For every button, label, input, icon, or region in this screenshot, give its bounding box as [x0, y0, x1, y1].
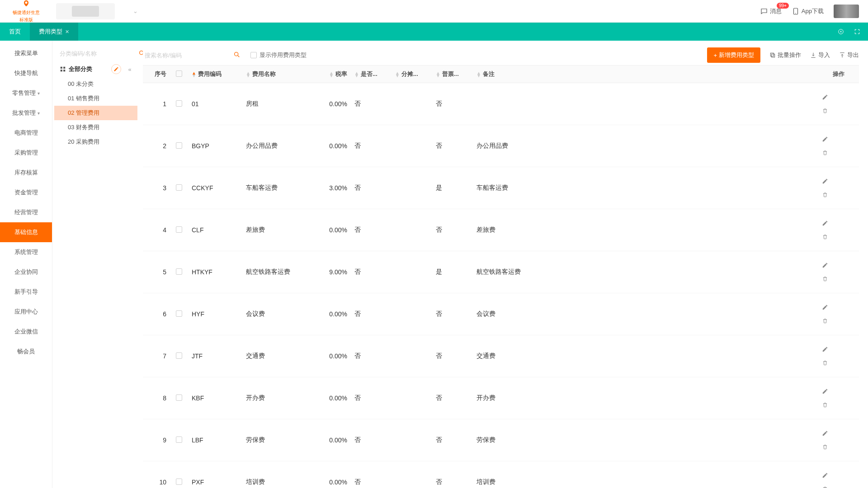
cell-checkbox[interactable]: [170, 209, 188, 251]
col-remark[interactable]: ▲▼备注: [473, 66, 818, 83]
col-ticket[interactable]: ▲▼普票...: [432, 66, 473, 83]
cell-checkbox[interactable]: [170, 83, 188, 125]
cell-checkbox[interactable]: [170, 335, 188, 377]
export-button[interactable]: 导出: [839, 51, 859, 59]
import-button[interactable]: 导入: [810, 51, 830, 59]
col-seq[interactable]: 序号: [143, 66, 170, 83]
show-disabled-checkbox[interactable]: 显示停用费用类型: [250, 51, 307, 59]
nav-item-7[interactable]: 资金管理: [0, 183, 52, 202]
company-selector[interactable]: [56, 3, 115, 19]
table-row[interactable]: 4CLF差旅费0.00%否否差旅费: [143, 209, 859, 251]
edit-row-button[interactable]: [822, 262, 855, 268]
batch-ops-button[interactable]: 批量操作: [769, 51, 801, 59]
delete-row-button[interactable]: [822, 150, 855, 156]
edit-row-button[interactable]: [822, 430, 855, 436]
tab-home[interactable]: 首页: [0, 23, 30, 41]
logo[interactable]: 畅捷通好生意 标准版: [0, 0, 52, 23]
nav-item-13[interactable]: 应用中心: [0, 302, 52, 322]
edit-row-button[interactable]: [822, 304, 855, 310]
edit-row-button[interactable]: [822, 472, 855, 479]
category-item-2[interactable]: 02 管理费用: [54, 106, 137, 120]
delete-row-button[interactable]: [822, 486, 855, 488]
nav-item-11[interactable]: 企业协同: [0, 262, 52, 282]
table-row[interactable]: 3CCKYF车船客运费3.00%否是车船客运费: [143, 167, 859, 209]
category-item-3[interactable]: 03 财务费用: [54, 120, 137, 135]
table-row[interactable]: 6HYF会议费0.00%否否会议费: [143, 293, 859, 335]
category-item-0[interactable]: 00 未分类: [54, 77, 137, 91]
table-row[interactable]: 7JTF交通费0.00%否否交通费: [143, 335, 859, 377]
fullscreen-button[interactable]: [851, 25, 863, 38]
collapse-panel-button[interactable]: «: [126, 66, 134, 73]
nav-item-2[interactable]: 零售管理▾: [0, 83, 52, 103]
nav-item-3[interactable]: 批发管理▾: [0, 103, 52, 123]
nav-item-6[interactable]: 库存核算: [0, 163, 52, 183]
cell-rate: 0.00%: [315, 125, 351, 167]
delete-row-button[interactable]: [822, 360, 855, 366]
delete-row-button[interactable]: [822, 276, 855, 282]
cell-code: HYF: [188, 293, 242, 335]
cell-checkbox[interactable]: [170, 461, 188, 488]
col-name[interactable]: ▲▼费用名称: [242, 66, 315, 83]
table-row[interactable]: 101房租0.00%否否: [143, 83, 859, 125]
nav-item-label: 电商管理: [14, 129, 38, 137]
cell-op: [818, 251, 859, 293]
company-avatar: [72, 6, 99, 17]
delete-row-button[interactable]: [822, 234, 855, 240]
edit-category-button[interactable]: [111, 64, 121, 74]
table-row[interactable]: 5HTKYF航空铁路客运费9.00%否是航空铁路客运费: [143, 251, 859, 293]
nav-item-15[interactable]: 畅会员: [0, 342, 52, 361]
nav-item-1[interactable]: 快捷导航: [0, 63, 52, 83]
tab-fee-type[interactable]: 费用类型 ✕: [30, 23, 78, 41]
delete-row-button[interactable]: [822, 318, 855, 324]
nav-item-8[interactable]: 经营管理: [0, 202, 52, 222]
category-item-4[interactable]: 20 采购费用: [54, 135, 137, 149]
nav-item-10[interactable]: 系统管理: [0, 242, 52, 262]
nav-item-5[interactable]: 采购管理: [0, 143, 52, 163]
user-avatar[interactable]: [834, 5, 859, 18]
cell-checkbox[interactable]: [170, 419, 188, 461]
nav-item-9[interactable]: 基础信息: [0, 222, 52, 242]
table-row[interactable]: 2BGYP办公用品费0.00%否否办公用品费: [143, 125, 859, 167]
cell-checkbox[interactable]: [170, 167, 188, 209]
category-all-label[interactable]: 全部分类: [69, 65, 92, 73]
cell-checkbox[interactable]: [170, 251, 188, 293]
col-rate[interactable]: ▲▼税率: [315, 66, 351, 83]
messages-button[interactable]: 消息 99+: [760, 7, 782, 15]
cell-checkbox[interactable]: [170, 125, 188, 167]
delete-row-button[interactable]: [822, 402, 855, 408]
search-icon[interactable]: [233, 51, 241, 58]
delete-row-button[interactable]: [822, 444, 855, 450]
search-input[interactable]: [143, 49, 242, 61]
delete-row-button[interactable]: [822, 192, 855, 198]
table-row[interactable]: 9LBF劳保费0.00%否否劳保费: [143, 419, 859, 461]
nav-item-0[interactable]: 搜索菜单: [0, 43, 52, 63]
table-row[interactable]: 10PXF培训费0.00%否否培训费: [143, 461, 859, 488]
nav-item-4[interactable]: 电商管理: [0, 123, 52, 143]
cell-op: [818, 167, 859, 209]
category-search-input[interactable]: [60, 50, 136, 57]
col-alloc[interactable]: ▲▼分摊...: [392, 66, 432, 83]
nav-item-14[interactable]: 企业微信: [0, 322, 52, 342]
table-row[interactable]: 8KBF开办费0.00%否否开办费: [143, 377, 859, 419]
col-isx[interactable]: ▲▼是否...: [351, 66, 392, 83]
edit-row-button[interactable]: [822, 220, 855, 226]
tab-close-all-button[interactable]: [835, 25, 847, 38]
edit-row-button[interactable]: [822, 178, 855, 184]
edit-row-button[interactable]: [822, 94, 855, 100]
company-chevron-icon[interactable]: ⌄: [133, 8, 138, 14]
edit-row-button[interactable]: [822, 388, 855, 394]
add-fee-type-button[interactable]: + 新增费用类型: [707, 47, 760, 63]
edit-row-button[interactable]: [822, 346, 855, 352]
cell-rate: 3.00%: [315, 167, 351, 209]
delete-row-button[interactable]: [822, 108, 855, 114]
cell-checkbox[interactable]: [170, 377, 188, 419]
app-download-button[interactable]: App下载: [792, 7, 824, 15]
nav-item-label: 应用中心: [14, 308, 38, 316]
close-icon[interactable]: ✕: [65, 29, 69, 35]
col-checkbox[interactable]: [170, 66, 188, 83]
cell-checkbox[interactable]: [170, 293, 188, 335]
col-code[interactable]: ▲▼费用编码: [188, 66, 242, 83]
nav-item-12[interactable]: 新手引导: [0, 282, 52, 302]
category-item-1[interactable]: 01 销售费用: [54, 91, 137, 106]
edit-row-button[interactable]: [822, 136, 855, 142]
